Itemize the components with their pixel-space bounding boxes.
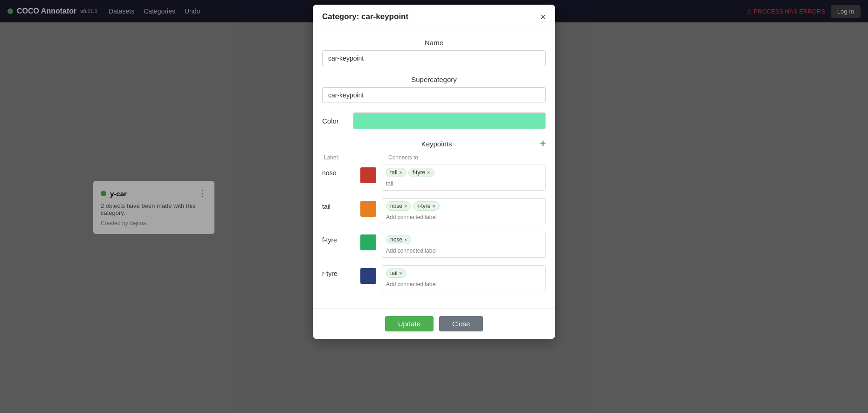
keypoint-connections-nose[interactable]: tail × f-tyre × <box>382 165 546 191</box>
keypoint-color-nose[interactable] <box>360 167 376 183</box>
supercategory-input[interactable] <box>322 87 546 103</box>
keypoint-row-rtyre: r-tyre tail × <box>322 265 546 291</box>
kp-column-headers: Label: Connects to: <box>322 154 546 161</box>
kp-tag-nose-ftyre-remove[interactable]: × <box>404 237 407 242</box>
keypoint-color-rtyre[interactable] <box>360 268 376 284</box>
keypoints-title: Keypoints <box>333 140 540 148</box>
kp-tag-tail-rtyre-remove[interactable]: × <box>399 271 402 276</box>
kp-tag-nose: nose × <box>386 201 411 211</box>
modal-footer: Update Close <box>313 308 555 339</box>
update-button[interactable]: Update <box>385 316 434 331</box>
kp-tag-tail-rtyre-label: tail <box>390 270 397 276</box>
kp-tag-ftyre: f-tyre × <box>408 168 434 177</box>
kp-tags-nose: tail × f-tyre × <box>386 168 542 177</box>
kp-tag-tail-remove[interactable]: × <box>399 170 402 175</box>
name-label: Name <box>322 39 546 47</box>
kp-add-input-nose[interactable] <box>386 180 542 187</box>
keypoint-connections-ftyre[interactable]: nose × <box>382 232 546 258</box>
color-row: Color <box>322 112 546 129</box>
keypoint-name-nose: nose <box>322 165 355 177</box>
modal-close-button[interactable]: × <box>540 12 546 21</box>
keypoint-name-ftyre: f-tyre <box>322 232 355 244</box>
keypoint-connections-rtyre[interactable]: tail × <box>382 265 546 291</box>
keypoint-connections-tail[interactable]: nose × r-tyre × <box>382 198 546 224</box>
keypoint-name-tail: tail <box>322 198 355 210</box>
kp-add-input-tail[interactable] <box>386 214 542 220</box>
keypoint-row-ftyre: f-tyre nose × <box>322 232 546 258</box>
modal-header: Category: car-keypoint × <box>313 5 555 29</box>
kp-add-input-rtyre[interactable] <box>386 281 542 288</box>
kp-tag-tail-rtyre: tail × <box>386 268 406 278</box>
keypoint-name-rtyre: r-tyre <box>322 265 355 277</box>
kp-label-header: Label: <box>324 154 385 161</box>
close-button[interactable]: Close <box>439 316 483 331</box>
kp-tag-tail-label: tail <box>390 169 397 176</box>
kp-tags-tail: nose × r-tyre × <box>386 201 542 211</box>
kp-tag-nose-ftyre: nose × <box>386 235 411 244</box>
modal-title: Category: car-keypoint <box>322 12 408 21</box>
kp-tag-rtyre: r-tyre × <box>413 201 439 211</box>
add-keypoint-button[interactable]: + <box>540 138 546 149</box>
kp-tag-nose-ftyre-label: nose <box>390 236 402 243</box>
modal-overlay: Category: car-keypoint × Name Supercateg… <box>0 0 868 413</box>
kp-tag-ftyre-remove[interactable]: × <box>427 170 430 175</box>
keypoints-section: Keypoints + Label: Connects to: nose tai… <box>322 138 546 291</box>
color-swatch[interactable] <box>353 112 546 129</box>
keypoint-row-tail: tail nose × r-tyre × <box>322 198 546 224</box>
kp-tag-nose-remove[interactable]: × <box>404 204 407 209</box>
supercategory-group: Supercategory <box>322 76 546 103</box>
keypoint-row-nose: nose tail × f-tyre × <box>322 165 546 191</box>
kp-add-input-ftyre[interactable] <box>386 248 542 254</box>
modal-body: Name Supercategory Color Keypoints + <box>313 29 555 308</box>
kp-tags-ftyre: nose × <box>386 235 542 244</box>
kp-tag-rtyre-remove[interactable]: × <box>432 204 435 209</box>
kp-connects-header: Connects to: <box>388 154 546 161</box>
name-group: Name <box>322 39 546 66</box>
kp-tag-nose-label: nose <box>390 203 402 209</box>
keypoint-color-tail[interactable] <box>360 201 376 217</box>
name-input[interactable] <box>322 50 546 66</box>
color-label: Color <box>322 117 345 125</box>
kp-tag-rtyre-label: r-tyre <box>417 203 430 209</box>
keypoints-header: Keypoints + <box>322 138 546 149</box>
category-modal: Category: car-keypoint × Name Supercateg… <box>313 5 555 339</box>
kp-tags-rtyre: tail × <box>386 268 542 278</box>
keypoint-color-ftyre[interactable] <box>360 234 376 250</box>
kp-tag-ftyre-label: f-tyre <box>413 169 425 176</box>
kp-tag-tail: tail × <box>386 168 406 177</box>
supercategory-label: Supercategory <box>322 76 546 83</box>
